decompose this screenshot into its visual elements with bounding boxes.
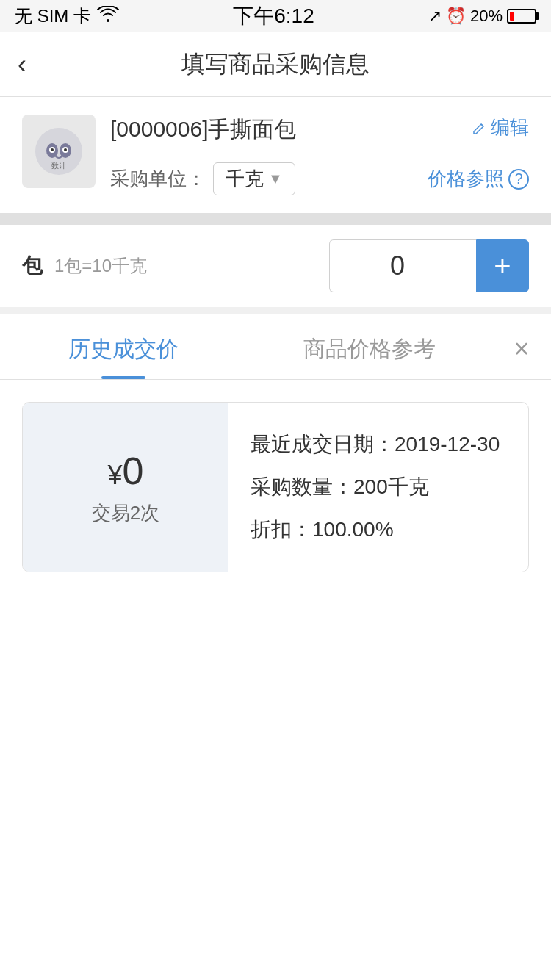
recent-date-value: 2019-12-30 xyxy=(395,433,500,455)
status-right: ↗ ⏰ 20% xyxy=(428,7,536,26)
discount-row: 折扣：100.00% xyxy=(251,514,506,545)
purchase-qty-value: 200千克 xyxy=(353,475,429,498)
discount-label: 折扣： xyxy=(251,518,312,541)
quantity-input[interactable] xyxy=(329,239,476,292)
location-icon: ↗ xyxy=(428,7,442,26)
tab-history-price[interactable]: 历史成交价 xyxy=(0,315,246,379)
unit-selector[interactable]: 千克 ▼ xyxy=(213,162,295,195)
wifi-icon xyxy=(97,6,119,26)
battery-icon xyxy=(507,9,536,24)
tabs-container: 历史成交价 商品价格参考 × xyxy=(0,314,551,380)
svg-point-5 xyxy=(51,148,54,151)
price-ref-label: 价格参照 xyxy=(428,166,504,192)
no-sim-label: 无 SIM 卡 xyxy=(15,4,91,28)
status-time: 下午6:12 xyxy=(233,2,314,30)
info-icon: ? xyxy=(508,169,529,190)
purchase-unit-row: 采购单位： 千克 ▼ 价格参照 ? xyxy=(110,162,529,195)
battery-percent: 20% xyxy=(470,7,503,26)
product-card: 数计 [0000006]手撕面包 编辑 采购单位： 千克 xyxy=(0,97,551,213)
history-price-panel: ¥0 交易2次 xyxy=(23,403,228,572)
purchase-qty-row: 采购数量：200千克 xyxy=(251,472,506,502)
product-header: [0000006]手撕面包 编辑 xyxy=(110,115,529,145)
history-details-panel: 最近成交日期：2019-12-30 采购数量：200千克 折扣：100.00% xyxy=(228,403,528,572)
purchase-qty-label: 采购数量： xyxy=(251,475,353,498)
product-info: [0000006]手撕面包 编辑 采购单位： 千克 ▼ xyxy=(110,115,529,195)
tab-close-button[interactable]: × xyxy=(492,314,551,379)
section-divider xyxy=(0,213,551,225)
status-bar: 无 SIM 卡 下午6:12 ↗ ⏰ 20% xyxy=(0,0,551,32)
product-image: 数计 xyxy=(33,126,84,177)
product-thumbnail: 数计 xyxy=(22,115,96,188)
recent-date-label: 最近成交日期： xyxy=(251,433,395,455)
product-name: [0000006]手撕面包 xyxy=(110,115,296,145)
chevron-down-icon: ▼ xyxy=(268,170,283,187)
svg-text:数计: 数计 xyxy=(51,162,66,170)
product-top: 数计 [0000006]手撕面包 编辑 采购单位： 千克 xyxy=(22,115,529,195)
panel-divider xyxy=(0,307,551,314)
unit-label: 采购单位： xyxy=(110,166,206,192)
history-card: ¥0 交易2次 最近成交日期：2019-12-30 采购数量：200千克 折扣：… xyxy=(22,402,529,572)
alarm-icon: ⏰ xyxy=(446,7,466,26)
recent-date-row: 最近成交日期：2019-12-30 xyxy=(251,429,506,460)
quantity-input-area: + xyxy=(329,239,529,292)
back-button[interactable]: ‹ xyxy=(18,49,26,80)
transaction-count: 交易2次 xyxy=(92,500,159,526)
yen-symbol: ¥ xyxy=(108,460,123,490)
history-content: ¥0 交易2次 最近成交日期：2019-12-30 采购数量：200千克 折扣：… xyxy=(0,380,551,674)
tab-product-price-ref[interactable]: 商品价格参考 xyxy=(246,315,492,379)
discount-value: 100.00% xyxy=(312,518,394,541)
bottom-space xyxy=(0,674,551,980)
transaction-price: ¥0 xyxy=(108,449,144,493)
package-label: 包 xyxy=(22,252,43,280)
page-title: 填写商品采购信息 xyxy=(181,48,370,81)
package-conversion: 1包=10千克 xyxy=(54,254,147,278)
unit-value: 千克 xyxy=(226,166,264,192)
quantity-plus-button[interactable]: + xyxy=(476,239,529,292)
quantity-row: 包 1包=10千克 + xyxy=(0,225,551,307)
status-left: 无 SIM 卡 xyxy=(15,4,119,28)
edit-button[interactable]: 编辑 xyxy=(472,115,529,140)
nav-bar: ‹ 填写商品采购信息 xyxy=(0,32,551,97)
svg-point-6 xyxy=(64,148,67,151)
price-ref-button[interactable]: 价格参照 ? xyxy=(428,166,529,192)
edit-icon xyxy=(472,120,488,136)
